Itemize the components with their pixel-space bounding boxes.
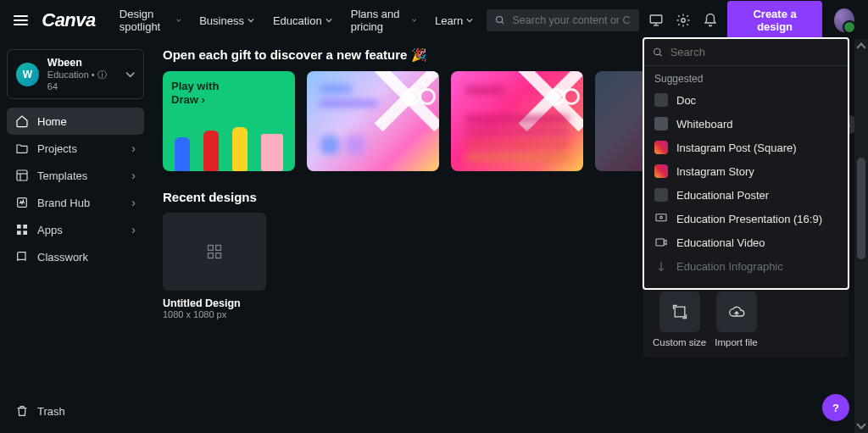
app-header: Canva Design spotlight Business Educatio… (0, 0, 868, 41)
template-icon (15, 169, 29, 182)
nav-business[interactable]: Business (199, 8, 254, 33)
scrollbar[interactable] (854, 39, 868, 433)
create-design-button[interactable]: Create a design (727, 1, 822, 40)
instagram-icon (654, 141, 668, 154)
upload-icon (716, 291, 757, 332)
panel-search-input[interactable] (670, 46, 839, 58)
video-icon (654, 236, 668, 249)
top-nav: Design spotlight Business Education Plan… (120, 8, 474, 33)
nav-learn[interactable]: Learn (435, 8, 473, 33)
chevron-right-icon: › (131, 169, 136, 182)
sidebar-item-trash[interactable]: Trash (7, 397, 144, 425)
nav-design-spotlight[interactable]: Design spotlight (120, 8, 181, 33)
suggested-label: Whiteboard (676, 118, 732, 130)
svg-point-27 (660, 216, 663, 219)
gift-card-3[interactable] (451, 71, 583, 171)
sidebar-item-label: Classwork (37, 251, 88, 264)
svg-point-24 (654, 48, 660, 54)
nav-label: Education (273, 14, 322, 27)
scroll-down-icon[interactable] (856, 419, 865, 429)
global-search[interactable] (487, 9, 639, 31)
account-avatar: W (16, 63, 39, 86)
svg-point-5 (682, 19, 686, 23)
sidebar-item-templates[interactable]: Templates › (7, 162, 144, 189)
apps-icon (15, 223, 29, 236)
suggested-educational-poster[interactable]: Educational Poster (644, 183, 848, 207)
account-switcher[interactable]: W Wbeen Education • ⓘ 64 (7, 49, 144, 99)
nav-label: Design spotlight (120, 8, 173, 33)
gear-icon[interactable] (673, 8, 693, 32)
tile-label: Import file (715, 337, 758, 347)
search-icon (495, 14, 505, 26)
suggested-doc[interactable]: Doc (644, 88, 848, 112)
suggested-instagram-post[interactable]: Instagram Post (Square) (644, 136, 848, 159)
nav-label: Learn (435, 14, 463, 27)
whiteboard-icon (654, 117, 668, 130)
sidebar-item-home[interactable]: Home (7, 108, 144, 135)
svg-rect-28 (656, 239, 664, 246)
sidebar-item-label: Home (37, 115, 67, 128)
sidebar-item-brand-hub[interactable]: Brand Hub › (7, 189, 144, 216)
suggested-education-presentation[interactable]: Education Presentation (16:9) (644, 207, 848, 230)
chevron-down-icon (412, 17, 416, 24)
sidebar-item-label: Apps (37, 224, 63, 236)
suggested-label: Suggested (644, 66, 848, 88)
suggested-label: Doc (676, 94, 696, 107)
menu-icon[interactable] (14, 15, 28, 25)
sidebar-item-classwork[interactable]: Classwork (7, 243, 144, 270)
gift-card-text: Play with Draw › (171, 80, 287, 106)
brand-icon (15, 196, 29, 209)
svg-rect-30 (675, 307, 685, 317)
svg-rect-11 (23, 225, 27, 229)
classwork-icon (15, 250, 29, 264)
suggested-label: Instagram Story (676, 165, 754, 178)
recent-design-card[interactable]: Untitled Design 1080 x 1080 px (163, 213, 266, 319)
trash-icon (15, 404, 29, 418)
scroll-up-icon[interactable] (856, 42, 865, 52)
tile-label: Custom size (653, 337, 706, 347)
app-logo[interactable]: Canva (35, 9, 103, 31)
bell-icon[interactable] (700, 8, 721, 32)
sidebar-item-label: Templates (37, 169, 87, 182)
instagram-icon (654, 164, 668, 178)
svg-point-0 (497, 16, 503, 22)
gift-card-2[interactable] (307, 71, 439, 171)
nav-label: Business (199, 14, 244, 27)
chevron-down-icon (326, 17, 332, 24)
suggested-whiteboard[interactable]: Whiteboard (644, 112, 848, 136)
svg-rect-26 (656, 214, 666, 221)
chevron-right-icon: › (131, 142, 136, 155)
recent-name: Untitled Design (163, 297, 266, 309)
presentation-icon (654, 212, 668, 225)
scroll-thumb[interactable] (857, 158, 865, 259)
nav-education[interactable]: Education (273, 8, 332, 33)
import-file-tile[interactable]: Import file (715, 291, 758, 347)
svg-line-1 (502, 22, 504, 25)
chevron-down-icon (466, 17, 473, 24)
recent-dims: 1080 x 1080 px (163, 309, 266, 319)
svg-rect-14 (209, 246, 214, 251)
suggested-label: Education Presentation (16:9) (676, 213, 822, 225)
suggested-education-infographic[interactable]: Education Infographic (644, 254, 848, 278)
suggested-label: Education Infographic (676, 260, 783, 273)
custom-size-tile[interactable]: Custom size (653, 291, 706, 347)
suggested-label: Educational Video (676, 236, 765, 249)
desktop-icon[interactable] (646, 8, 666, 32)
suggested-educational-video[interactable]: Educational Video (644, 230, 848, 254)
avatar[interactable] (834, 8, 854, 32)
help-button[interactable]: ? (822, 394, 849, 421)
grid-icon (206, 243, 223, 260)
svg-rect-2 (650, 15, 662, 23)
svg-rect-16 (209, 253, 214, 258)
sidebar: W Wbeen Education • ⓘ 64 Home Projects ›… (0, 41, 151, 433)
gift-card-draw[interactable]: Play with Draw › (163, 71, 295, 171)
search-input[interactable] (513, 14, 631, 26)
account-name: Wbeen (47, 57, 117, 69)
sidebar-item-projects[interactable]: Projects › (7, 135, 144, 162)
suggested-instagram-story[interactable]: Instagram Story (644, 159, 848, 183)
infographic-icon (654, 259, 668, 273)
nav-plans[interactable]: Plans and pricing (351, 8, 416, 33)
doc-icon (654, 93, 668, 107)
panel-search[interactable] (644, 39, 848, 66)
sidebar-item-apps[interactable]: Apps › (7, 216, 144, 243)
